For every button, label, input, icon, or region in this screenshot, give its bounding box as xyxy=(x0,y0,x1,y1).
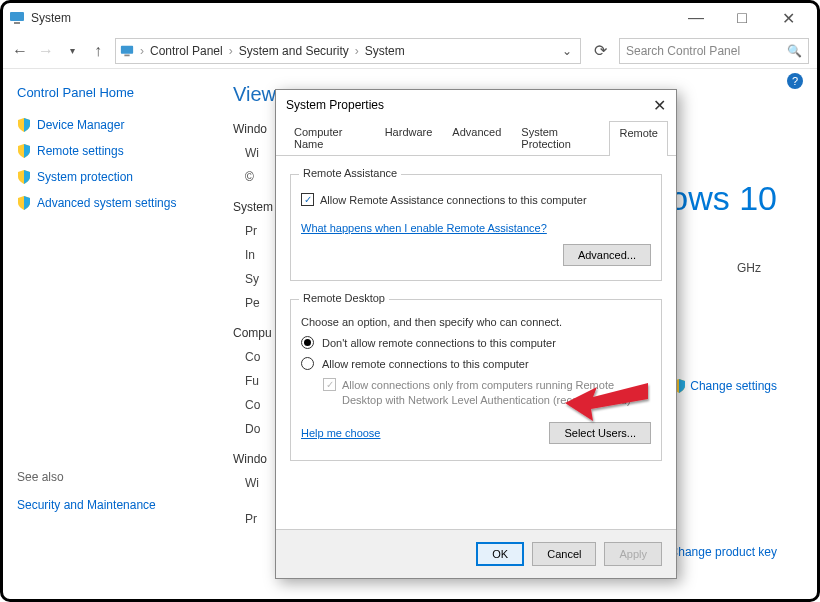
svg-rect-2 xyxy=(121,45,133,53)
shield-icon xyxy=(17,144,31,158)
back-button[interactable]: ← xyxy=(11,42,29,60)
allow-remote-assistance-checkbox[interactable]: ✓ Allow Remote Assistance connections to… xyxy=(301,193,651,206)
sidebar-link-device-manager[interactable]: Device Manager xyxy=(17,118,199,132)
dialog-close-button[interactable]: ✕ xyxy=(653,96,666,115)
security-maintenance-link[interactable]: Security and Maintenance xyxy=(17,498,199,512)
tab-remote[interactable]: Remote xyxy=(609,121,668,156)
computer-icon xyxy=(120,44,134,58)
sidebar-link-remote-settings[interactable]: Remote settings xyxy=(17,144,199,158)
help-icon[interactable]: ? xyxy=(787,73,803,89)
see-also-header: See also xyxy=(17,470,199,484)
group-label: Remote Desktop xyxy=(299,292,389,304)
ghz-label: GHz xyxy=(737,261,761,275)
breadcrumb-item[interactable]: System xyxy=(365,44,405,58)
tab-computer-name[interactable]: Computer Name xyxy=(284,120,375,155)
dialog-titlebar: System Properties ✕ xyxy=(276,90,676,120)
change-settings-link[interactable]: Change settings xyxy=(672,379,777,393)
ok-button[interactable]: OK xyxy=(476,542,524,566)
checkbox-icon: ✓ xyxy=(323,378,336,391)
svg-rect-3 xyxy=(124,54,129,56)
tab-system-protection[interactable]: System Protection xyxy=(511,120,609,155)
rd-option-allow[interactable]: Allow remote connections to this compute… xyxy=(301,357,651,370)
apply-button[interactable]: Apply xyxy=(604,542,662,566)
window-title: System xyxy=(31,11,71,25)
breadcrumb-item[interactable]: System and Security xyxy=(239,44,349,58)
sidebar-link-advanced-settings[interactable]: Advanced system settings xyxy=(17,196,199,210)
remote-assistance-advanced-button[interactable]: Advanced... xyxy=(563,244,651,266)
checkbox-icon: ✓ xyxy=(301,193,314,206)
rd-nla-checkbox: ✓ Allow connections only from computers … xyxy=(323,378,651,408)
chevron-right-icon: › xyxy=(140,44,144,58)
sidebar-link-system-protection[interactable]: System protection xyxy=(17,170,199,184)
tab-hardware[interactable]: Hardware xyxy=(375,120,443,155)
refresh-button[interactable]: ⟳ xyxy=(589,41,611,60)
breadcrumb[interactable]: › Control Panel › System and Security › … xyxy=(115,38,581,64)
chevron-right-icon: › xyxy=(229,44,233,58)
svg-rect-1 xyxy=(14,22,20,24)
cancel-button[interactable]: Cancel xyxy=(532,542,596,566)
titlebar: System — □ ✕ xyxy=(3,3,817,33)
up-button[interactable]: ↑ xyxy=(89,42,107,60)
shield-icon xyxy=(17,118,31,132)
search-placeholder: Search Control Panel xyxy=(626,44,740,58)
system-icon xyxy=(9,10,25,26)
dialog-tabs: Computer Name Hardware Advanced System P… xyxy=(276,120,676,156)
radio-icon xyxy=(301,336,314,349)
toolbar: ← → ▾ ↑ › Control Panel › System and Sec… xyxy=(3,33,817,69)
rd-option-dont-allow[interactable]: Don't allow remote connections to this c… xyxy=(301,336,651,349)
tab-advanced[interactable]: Advanced xyxy=(442,120,511,155)
shield-icon xyxy=(17,170,31,184)
recent-dropdown[interactable]: ▾ xyxy=(63,45,81,56)
group-label: Remote Assistance xyxy=(299,167,401,179)
remote-assistance-group: Remote Assistance ✓ Allow Remote Assista… xyxy=(290,174,662,281)
search-input[interactable]: Search Control Panel 🔍 xyxy=(619,38,809,64)
rd-help-link[interactable]: Help me choose xyxy=(301,427,381,439)
search-icon: 🔍 xyxy=(787,44,802,58)
dialog-body: Remote Assistance ✓ Allow Remote Assista… xyxy=(276,156,676,471)
minimize-button[interactable]: — xyxy=(673,3,719,33)
breadcrumb-item[interactable]: Control Panel xyxy=(150,44,223,58)
radio-icon xyxy=(301,357,314,370)
forward-button[interactable]: → xyxy=(37,42,55,60)
rd-prompt: Choose an option, and then specify who c… xyxy=(301,316,651,328)
dialog-title: System Properties xyxy=(286,98,384,112)
system-properties-dialog: System Properties ✕ Computer Name Hardwa… xyxy=(275,89,677,579)
dialog-button-row: OK Cancel Apply xyxy=(276,529,676,578)
svg-rect-0 xyxy=(10,12,24,21)
select-users-button[interactable]: Select Users... xyxy=(549,422,651,444)
close-button[interactable]: ✕ xyxy=(765,3,811,33)
chevron-right-icon: › xyxy=(355,44,359,58)
sidebar: Control Panel Home Device Manager Remote… xyxy=(3,69,213,599)
remote-desktop-group: Remote Desktop Choose an option, and the… xyxy=(290,299,662,461)
maximize-button[interactable]: □ xyxy=(719,3,765,33)
shield-icon xyxy=(17,196,31,210)
remote-assistance-help-link[interactable]: What happens when I enable Remote Assist… xyxy=(301,222,547,234)
control-panel-home-link[interactable]: Control Panel Home xyxy=(17,85,199,100)
breadcrumb-dropdown[interactable]: ⌄ xyxy=(562,44,572,58)
